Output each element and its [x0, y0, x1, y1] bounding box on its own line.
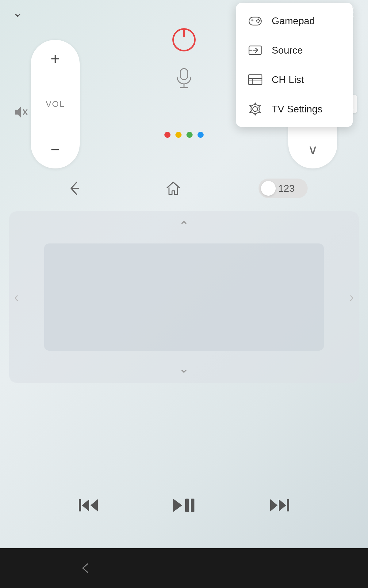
media-controls [0, 490, 368, 521]
svg-marker-24 [82, 499, 89, 511]
svg-marker-15 [15, 107, 21, 118]
touchpad-side-arrows: ‹ › [9, 289, 359, 305]
power-button[interactable] [169, 24, 199, 55]
svg-marker-25 [90, 499, 98, 511]
dot-blue[interactable] [197, 132, 204, 138]
touchpad-area[interactable]: ⌃ ⌄ ‹ › [9, 211, 359, 383]
power-line-icon [183, 28, 185, 37]
chlist-label: CH List [272, 74, 304, 85]
volume-down-button[interactable]: − [51, 141, 60, 157]
touchpad-left-arrow[interactable]: ‹ [14, 289, 19, 305]
svg-rect-26 [79, 499, 81, 511]
dropdown-menu: Gamepad Source CH List [236, 3, 353, 127]
toggle-label: 123 [278, 183, 297, 194]
volume-control: + VOL − [31, 40, 80, 168]
tvsettings-icon [247, 101, 263, 117]
volume-pill: + VOL − [31, 40, 80, 168]
svg-point-6 [256, 20, 258, 22]
gamepad-label: Gamepad [272, 15, 315, 27]
color-dots [164, 132, 204, 138]
android-recent-button[interactable] [273, 559, 291, 577]
collapse-button[interactable]: ⌄ [12, 5, 23, 20]
volume-label: VOL [46, 99, 65, 109]
svg-point-4 [259, 20, 261, 22]
toggle-circle [261, 181, 276, 196]
tvsettings-label: TV Settings [272, 104, 322, 115]
gamepad-icon [247, 13, 263, 29]
channel-down-button[interactable]: ∨ [308, 142, 318, 157]
touchpad-down-arrow[interactable]: ⌄ [179, 361, 189, 375]
mute-button[interactable] [12, 104, 28, 121]
svg-marker-27 [173, 499, 182, 512]
fast-forward-button[interactable] [263, 490, 293, 521]
volume-up-button[interactable]: + [51, 51, 60, 67]
android-nav-bar [0, 548, 368, 588]
source-label: Source [272, 45, 303, 56]
svg-rect-28 [185, 499, 189, 512]
menu-item-chlist[interactable]: CH List [236, 65, 353, 94]
back-button[interactable] [60, 175, 88, 202]
rewind-button[interactable] [75, 490, 105, 521]
menu-item-source[interactable]: Source [236, 36, 353, 65]
svg-rect-10 [248, 75, 262, 85]
svg-rect-29 [191, 499, 194, 512]
chlist-icon [247, 72, 263, 88]
touchpad-right-arrow[interactable]: › [349, 289, 354, 305]
svg-rect-18 [180, 69, 188, 80]
home-button[interactable] [159, 175, 187, 202]
dot-yellow[interactable] [175, 132, 182, 138]
bottom-controls: 123 [0, 175, 368, 202]
svg-marker-30 [279, 499, 286, 511]
mic-button[interactable] [170, 64, 198, 92]
svg-point-14 [253, 107, 258, 111]
svg-rect-32 [287, 499, 289, 511]
android-back-button[interactable] [77, 559, 95, 577]
play-pause-button[interactable] [169, 490, 199, 521]
power-circle-icon [172, 28, 196, 51]
source-icon [247, 42, 263, 58]
svg-marker-31 [270, 499, 278, 511]
menu-item-tvsettings[interactable]: TV Settings [236, 94, 353, 124]
menu-item-gamepad[interactable]: Gamepad [236, 6, 353, 36]
dot-green[interactable] [186, 132, 193, 138]
touchpad-up-arrow[interactable]: ⌃ [179, 219, 189, 233]
numeric-toggle[interactable]: 123 [259, 179, 308, 198]
dot-red[interactable] [164, 132, 171, 138]
svg-point-5 [258, 22, 259, 23]
svg-point-3 [258, 19, 259, 20]
android-home-button[interactable] [175, 559, 193, 577]
